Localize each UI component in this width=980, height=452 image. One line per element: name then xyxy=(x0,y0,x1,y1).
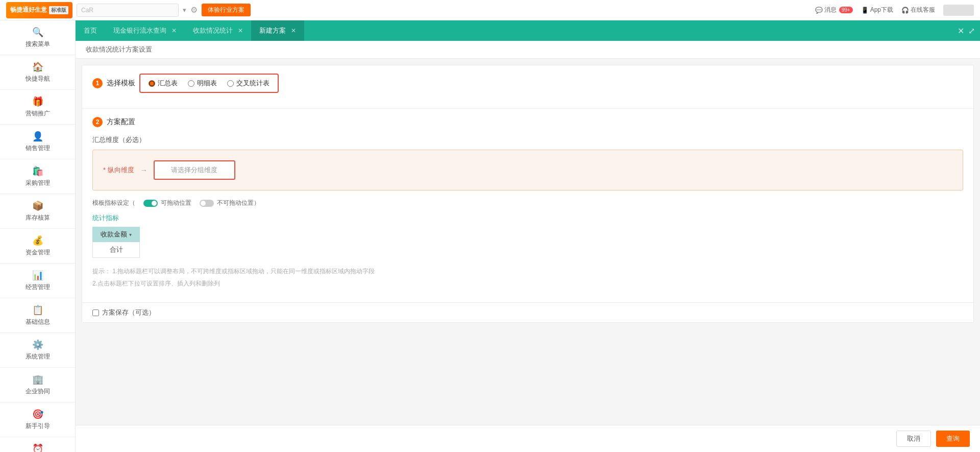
tab-new-plan-label: 新建方案 xyxy=(259,26,286,35)
sidebar-item-system[interactable]: ⚙️ 系统管理 xyxy=(0,333,75,368)
radio-summary[interactable]: 汇总表 xyxy=(149,79,178,88)
step1-title: 1 选择模板 汇总表 明细表 xyxy=(92,74,963,93)
legend-fixed: 不可拖动位置） xyxy=(200,199,260,207)
sidebar-item-label: 采购管理 xyxy=(26,179,50,187)
dim-placeholder[interactable]: 请选择分组维度 xyxy=(154,160,235,180)
download-action[interactable]: 📱 App下载 xyxy=(861,6,893,14)
tab-maximize-icon[interactable]: ⤢ xyxy=(968,26,975,36)
sidebar-item-label: 营销推广 xyxy=(26,109,50,118)
radio-cross-input[interactable] xyxy=(227,80,234,87)
draggable-toggle[interactable] xyxy=(143,200,158,207)
indicator-header: 收款金额 ▾ xyxy=(92,227,140,242)
radio-detail-label: 明细表 xyxy=(197,79,217,88)
industry-btn[interactable]: 体验行业方案 xyxy=(202,4,251,16)
fixed-toggle[interactable] xyxy=(200,200,214,207)
service-icon: 🎧 xyxy=(901,7,909,14)
hint-line2: 2.点击标题栏下拉可设置排序、插入列和删除列 xyxy=(92,278,963,290)
radio-detail[interactable]: 明细表 xyxy=(188,79,217,88)
radio-cross-label: 交叉统计表 xyxy=(236,79,270,88)
dim-row: * 纵向维度 → 请选择分组维度 xyxy=(103,160,235,180)
tab-new-plan-close[interactable]: ✕ xyxy=(291,27,296,34)
tab-bank-flow[interactable]: 现金银行流水查询 ✕ xyxy=(105,20,185,41)
save-plan-label: 方案保存（可选） xyxy=(102,308,155,317)
sidebar-item-basic-info[interactable]: 📋 基础信息 xyxy=(0,298,75,333)
tab-collection-stats-close[interactable]: ✕ xyxy=(238,27,243,34)
summary-dim-label: 汇总维度（必选） xyxy=(92,135,963,145)
sidebar-item-label: 快捷导航 xyxy=(26,75,50,83)
sidebar: 🔍 搜索菜单 🏠 快捷导航 🎁 营销推广 👤 销售管理 🛍️ 采购管理 📦 库存… xyxy=(0,20,76,452)
content-area: 首页 现金银行流水查询 ✕ 收款情况统计 ✕ 新建方案 ✕ ✕ ⤢ 收 xyxy=(76,20,980,452)
enterprise-icon: 🏢 xyxy=(32,374,43,385)
tab-home[interactable]: 首页 xyxy=(76,20,105,41)
tab-bank-flow-label: 现金银行流水查询 xyxy=(113,26,166,35)
step1-section: 1 选择模板 汇总表 明细表 xyxy=(82,65,973,108)
sidebar-item-label: 库存核算 xyxy=(26,213,50,222)
query-button[interactable]: 查询 xyxy=(936,431,970,447)
legend-draggable: 可拖动位置 xyxy=(143,199,191,207)
logo: 畅捷通好生意 标准版 xyxy=(6,2,72,18)
sidebar-item-label: 经营管理 xyxy=(26,283,50,292)
sidebar-item-newbie[interactable]: 🎯 新手引导 xyxy=(0,402,75,437)
notice-badge: 99+ xyxy=(839,7,853,13)
sidebar-item-label: 系统管理 xyxy=(26,352,50,361)
template-radio-group: 汇总表 明细表 交叉统计表 xyxy=(139,74,279,93)
tab-bar-end: ✕ ⤢ xyxy=(952,20,980,41)
tab-collection-stats[interactable]: 收款情况统计 ✕ xyxy=(185,20,251,41)
tab-new-plan[interactable]: 新建方案 ✕ xyxy=(251,20,304,41)
step2-num: 2 xyxy=(92,117,103,127)
stats-indicator-label: 统计指标 xyxy=(92,213,963,223)
sidebar-item-enterprise[interactable]: 🏢 企业协同 xyxy=(0,368,75,402)
finance-icon: 💰 xyxy=(32,235,43,246)
dim-arrow-icon: → xyxy=(140,166,148,174)
service-label: 在线客服 xyxy=(911,6,935,14)
save-plan-checkbox[interactable] xyxy=(92,310,99,316)
indicator-header-cell[interactable]: 收款金额 ▾ xyxy=(92,227,140,242)
sidebar-item-purchase[interactable]: 🛍️ 采购管理 xyxy=(0,159,75,194)
quick-nav-icon: 🏠 xyxy=(32,61,43,73)
search-box: CaR xyxy=(77,4,179,17)
sidebar-item-inventory[interactable]: 📦 库存核算 xyxy=(0,194,75,229)
standard-badge: 标准版 xyxy=(49,6,68,14)
tab-home-label: 首页 xyxy=(84,26,97,35)
newbie-icon: 🎯 xyxy=(32,409,43,420)
indicator-legend-prefix: 模板指标设定（ xyxy=(92,199,135,207)
radio-summary-input[interactable] xyxy=(149,80,155,87)
hint-line1: 提示： 1.拖动标题栏可以调整布局，不可跨维度或指标区域拖动，只能在同一维度或指… xyxy=(92,266,963,277)
cancel-button[interactable]: 取消 xyxy=(896,431,931,447)
service-action[interactable]: 🎧 在线客服 xyxy=(901,6,935,14)
sidebar-item-sales[interactable]: 👤 销售管理 xyxy=(0,125,75,159)
notice-action[interactable]: 💬 消息 99+ xyxy=(815,6,853,14)
top-bar: 畅捷通好生意 标准版 CaR ▾ ⚙ 体验行业方案 💬 消息 99+ 📱 App… xyxy=(0,0,980,20)
breadcrumb: 收款情况统计方案设置 xyxy=(86,45,152,53)
step2-title: 2 方案配置 xyxy=(92,117,963,127)
indicator-legend: 模板指标设定（ 可拖动位置 不可拖动位置） xyxy=(92,199,963,207)
sidebar-item-business[interactable]: 📊 经营管理 xyxy=(0,264,75,298)
user-avatar[interactable] xyxy=(943,5,974,16)
inventory-icon: 📦 xyxy=(32,200,43,211)
gear-icon[interactable]: ⚙ xyxy=(190,5,198,15)
sidebar-item-smart-hardware[interactable]: ⏰ 智能硬件 xyxy=(0,437,75,452)
sidebar-item-finance[interactable]: 💰 资金管理 xyxy=(0,229,75,264)
radio-cross[interactable]: 交叉统计表 xyxy=(227,79,270,88)
sidebar-item-label: 销售管理 xyxy=(26,144,50,153)
indicator-body-cell: 合计 xyxy=(93,242,139,257)
logo-text: 畅捷通好生意 xyxy=(10,6,47,14)
radio-detail-input[interactable] xyxy=(188,80,194,87)
tab-close-all-icon[interactable]: ✕ xyxy=(958,26,964,36)
basic-info-icon: 📋 xyxy=(32,304,43,316)
sidebar-item-quick-nav[interactable]: 🏠 快捷导航 xyxy=(0,55,75,90)
hint-text: 提示： 1.拖动标题栏可以调整布局，不可跨维度或指标区域拖动，只能在同一维度或指… xyxy=(92,266,963,294)
bottom-action-bar: 取消 查询 xyxy=(76,425,980,452)
save-plan-checkbox-label[interactable]: 方案保存（可选） xyxy=(92,308,155,317)
indicator-section: 模板指标设定（ 可拖动位置 不可拖动位置） 统计指标 xyxy=(92,199,963,294)
chevron-down-icon: ▾ xyxy=(129,232,132,237)
download-label: App下载 xyxy=(870,6,893,14)
sidebar-item-marketing[interactable]: 🎁 营销推广 xyxy=(0,90,75,125)
step2-section: 2 方案配置 汇总维度（必选） * 纵向维度 → 请选择分组维度 xyxy=(82,109,973,302)
business-icon: 📊 xyxy=(32,270,43,281)
sidebar-item-label: 企业协同 xyxy=(26,387,50,396)
tab-bank-flow-close[interactable]: ✕ xyxy=(172,27,177,34)
sidebar-item-search-menu[interactable]: 🔍 搜索菜单 xyxy=(0,20,75,55)
dropdown-arrow-icon[interactable]: ▾ xyxy=(183,6,186,14)
marketing-icon: 🎁 xyxy=(32,96,43,107)
